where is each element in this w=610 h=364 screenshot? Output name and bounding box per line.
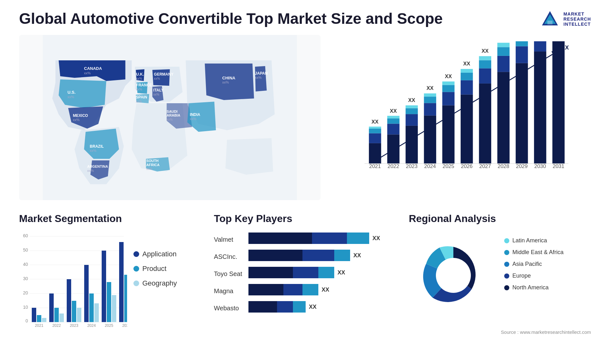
svg-rect-76 (479, 68, 491, 84)
svg-text:2027: 2027 (479, 163, 491, 169)
svg-text:ARABIA: ARABIA (167, 113, 180, 117)
player-name-magna: Magna (214, 282, 242, 300)
svg-text:2026: 2026 (122, 323, 127, 328)
svg-rect-53 (406, 108, 418, 114)
svg-text:2025: 2025 (105, 323, 113, 328)
svg-text:2023: 2023 (70, 323, 78, 328)
logo-area: MARKET RESEARCH INTELLECT (540, 10, 591, 29)
svg-text:U.K.: U.K. (136, 72, 144, 77)
player-name-ascinc: ASCInc. (214, 248, 242, 265)
reg-dot-asia-pacific (504, 262, 509, 267)
svg-text:ITALY: ITALY (153, 88, 164, 92)
legend-item-application: Application (133, 250, 177, 258)
svg-text:ARGENTINA: ARGENTINA (87, 165, 108, 168)
svg-rect-134 (94, 303, 99, 322)
svg-rect-94 (534, 41, 546, 51)
regional-legend: Latin America Middle East & Africa Asia … (504, 231, 564, 291)
source-text: Source : www.marketresearchintellect.com (409, 329, 591, 335)
regional-title: Regional Analysis (409, 213, 591, 225)
segmentation-chart-wrap: 60 50 40 30 20 10 0 (19, 231, 201, 333)
svg-text:GERMANY: GERMANY (154, 72, 173, 77)
legend-dot-geography (133, 280, 139, 286)
reg-label-north-america: North America (512, 284, 549, 291)
svg-text:2021: 2021 (35, 323, 44, 328)
reg-legend-europe: Europe (504, 273, 564, 279)
header: Global Automotive Convertible Top Market… (19, 10, 591, 29)
key-players-title: Top Key Players (214, 213, 396, 225)
svg-rect-66 (442, 82, 455, 85)
donut-chart (409, 231, 498, 320)
reg-legend-asia-pacific: Asia Pacific (504, 261, 564, 267)
svg-text:xx%: xx% (167, 118, 173, 121)
svg-text:20: 20 (23, 290, 28, 295)
svg-rect-70 (461, 80, 473, 95)
svg-rect-57 (424, 116, 436, 164)
svg-text:INDIA: INDIA (190, 112, 200, 117)
svg-text:xx%: xx% (136, 88, 142, 91)
svg-rect-39 (369, 143, 381, 164)
svg-rect-81 (497, 72, 510, 164)
page-title: Global Automotive Convertible Top Market… (19, 10, 443, 28)
player-bar-webasto-bar (248, 301, 306, 313)
svg-text:xx%: xx% (84, 71, 91, 75)
svg-rect-40 (369, 133, 381, 143)
svg-rect-52 (406, 114, 418, 126)
svg-text:50: 50 (23, 247, 28, 253)
svg-rect-88 (516, 46, 528, 63)
svg-text:2022: 2022 (52, 323, 61, 328)
svg-rect-121 (37, 315, 41, 322)
bar-chart-svg: XX XX 2021 (336, 41, 588, 181)
svg-rect-71 (461, 73, 473, 80)
svg-text:2029: 2029 (516, 163, 528, 169)
svg-rect-83 (497, 47, 510, 56)
world-map-svg: CANADA xx% U.S. xx% MEXICO xx% BRAZIL xx… (19, 35, 321, 200)
svg-rect-124 (49, 293, 54, 322)
svg-rect-129 (72, 301, 76, 322)
svg-rect-72 (461, 69, 473, 73)
svg-text:xx%: xx% (222, 80, 229, 84)
svg-rect-137 (107, 282, 111, 322)
svg-text:XX: XX (445, 73, 452, 79)
legend-label-application: Application (142, 250, 177, 258)
player-bar-valmet-label: XX (372, 235, 380, 242)
svg-rect-132 (84, 265, 89, 322)
svg-rect-63 (442, 105, 455, 164)
svg-rect-78 (479, 56, 491, 60)
players-bars-list: XX XX (248, 231, 396, 317)
svg-text:2024: 2024 (87, 323, 96, 328)
svg-rect-42 (369, 127, 381, 129)
segmentation-title: Market Segmentation (19, 213, 201, 225)
svg-rect-64 (442, 92, 455, 105)
svg-text:xx%: xx% (73, 118, 80, 122)
svg-text:2023: 2023 (406, 163, 418, 169)
player-bar-magna-bar (248, 284, 318, 295)
svg-text:XX: XX (482, 48, 489, 54)
logo-icon (540, 10, 559, 29)
player-bar-valmet: XX (248, 231, 396, 246)
svg-rect-87 (516, 63, 528, 164)
svg-text:2030: 2030 (534, 163, 546, 169)
svg-rect-48 (387, 116, 400, 118)
world-map-container: CANADA xx% U.S. xx% MEXICO xx% BRAZIL xx… (19, 35, 321, 200)
svg-text:SOUTH: SOUTH (146, 159, 159, 163)
svg-text:10: 10 (23, 305, 28, 310)
svg-rect-130 (77, 308, 81, 322)
svg-rect-141 (124, 275, 127, 322)
svg-text:xx%: xx% (255, 76, 262, 79)
svg-rect-120 (32, 308, 36, 322)
svg-rect-136 (102, 251, 106, 322)
svg-rect-82 (497, 56, 510, 72)
svg-rect-45 (387, 134, 400, 164)
bottom-section: Market Segmentation 60 50 40 30 20 10 0 (19, 213, 591, 335)
svg-text:XX: XX (427, 85, 434, 91)
player-names-list: Valmet ASCInc. Toyo Seat Magna Webasto (214, 231, 242, 317)
legend-label-geography: Geography (142, 279, 177, 287)
svg-text:XX: XX (390, 108, 397, 114)
reg-label-latin-america: Latin America (512, 237, 547, 244)
svg-rect-58 (424, 103, 436, 115)
svg-text:FRANCE: FRANCE (136, 83, 152, 87)
svg-text:40: 40 (23, 262, 28, 267)
svg-rect-69 (461, 95, 473, 164)
top-section: CANADA xx% U.S. xx% MEXICO xx% BRAZIL xx… (19, 35, 591, 200)
player-bar-valmet-bar (248, 233, 369, 244)
